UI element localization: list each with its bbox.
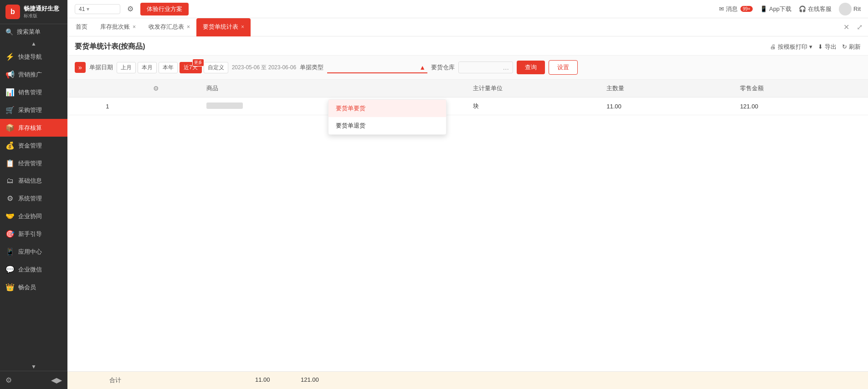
type-label: 单据类型 [300, 63, 324, 72]
this-year-button[interactable]: 本年 [159, 62, 178, 73]
table-footer: 合计 11.00 121.00 [67, 371, 868, 389]
print-icon: 🖨 [770, 43, 776, 50]
print-template-button[interactable]: 🖨 按模板打印 ▾ [770, 43, 812, 51]
tabbar-close-all-button[interactable]: ✕ [840, 21, 853, 33]
headset-icon: 🎧 [799, 5, 806, 12]
sidebar-search[interactable]: 🔍 搜索菜单 [0, 24, 67, 40]
sidebar-item-system[interactable]: ⚙ 系统管理 [0, 189, 67, 207]
sidebar-item-app-center[interactable]: 📱 应用中心 [0, 243, 67, 261]
online-service-button[interactable]: 🎧 在线客服 [799, 5, 832, 13]
table-settings-icon[interactable]: ⚙ [153, 85, 159, 92]
date-range: 2023-05-06 至 2023-06-06 [232, 64, 296, 72]
nav-icon-guide: 🎯 [5, 230, 15, 238]
nav-icon-finance: 💰 [5, 141, 15, 150]
logo-text: 畅捷通好生意 标准版 [24, 5, 59, 19]
sidebar-scroll-up[interactable]: ▲ [0, 40, 67, 48]
page-body: 要货单统计表(按商品) 🖨 按模板打印 ▾ ⬇ 导出 ↻ 刷新 [67, 36, 868, 389]
filter-bar: » 单据日期 上月 本月 本年 近7天 更多 自定义 2023-05-06 至 … [67, 56, 868, 80]
sidebar-item-purchase[interactable]: 🛒 采购管理 [0, 101, 67, 119]
sidebar-nav: ⚡ 快捷导航 📢 营销推广 📊 销售管理 🛒 采购管理 📦 库存核算 💰 资金管… [0, 48, 67, 363]
warehouse-more-icon: … [503, 64, 509, 71]
cell-quantity: 11.00 [601, 97, 734, 115]
recent-7-button[interactable]: 近7天 更多 [180, 62, 202, 73]
sidebar-item-basic-info[interactable]: 🗂 基础信息 [0, 172, 67, 189]
tab-order-summary[interactable]: 要货单统计表 × [196, 18, 251, 36]
message-badge: 99+ [740, 6, 753, 12]
last-month-button[interactable]: 上月 [117, 62, 136, 73]
filter-expand-button[interactable]: » [75, 62, 86, 73]
page-header: 要货单统计表(按商品) 🖨 按模板打印 ▾ ⬇ 导出 ↻ 刷新 [67, 36, 868, 56]
nav-icon-purchase: 🛒 [5, 106, 15, 114]
nav-icon-marketing: 📢 [5, 70, 15, 79]
tab-close-order-summary[interactable]: × [241, 24, 244, 30]
sidebar-item-inventory[interactable]: 📦 库存核算 [0, 119, 67, 137]
sidebar-item-enterprise[interactable]: 🤝 企业协同 [0, 207, 67, 225]
topbar-right: ✉ 消息 99+ 📱 App下载 🎧 在线客服 Rit [719, 3, 861, 15]
nav-icon-system: ⚙ [5, 194, 15, 203]
nav-icon-member: 👑 [5, 283, 15, 292]
col-seq [67, 80, 148, 97]
export-icon: ⬇ [818, 43, 823, 50]
tab-home[interactable]: 首页 [69, 18, 94, 36]
page-title: 要货单统计表(按商品) [75, 42, 145, 51]
sidebar-scroll-down[interactable]: ▼ [0, 363, 67, 371]
product-blurred [206, 102, 243, 109]
tab-receive-summary[interactable]: 收发存汇总表 × [142, 18, 196, 36]
topbar-settings-button[interactable]: ⚙ [124, 3, 137, 15]
sidebar-item-member[interactable]: 👑 畅会员 [0, 278, 67, 296]
table-container: ⚙ 商品 主计量单位 主数量 零售金额 1 [67, 80, 868, 371]
col-product: 商品 [201, 80, 468, 97]
data-table: ⚙ 商品 主计量单位 主数量 零售金额 1 [67, 80, 868, 115]
sidebar-item-marketing[interactable]: 📢 营销推广 [0, 66, 67, 83]
custom-button[interactable]: 自定义 [204, 62, 228, 73]
app-download-button[interactable]: 📱 App下载 [760, 5, 791, 13]
dropdown-item-yh-return[interactable]: 要货单退货 [329, 117, 446, 134]
sidebar-item-sales[interactable]: 📊 销售管理 [0, 83, 67, 101]
date-label: 单据日期 [89, 63, 113, 72]
nav-icon-app-center: 📱 [5, 247, 15, 256]
this-month-button[interactable]: 本月 [138, 62, 157, 73]
nav-icon-sales: 📊 [5, 88, 15, 97]
set-button[interactable]: 设置 [549, 60, 578, 75]
message-button[interactable]: ✉ 消息 99+ [719, 5, 753, 13]
tab-close-inventory-batch[interactable]: × [133, 24, 136, 30]
sidebar-item-quick-nav[interactable]: ⚡ 快捷导航 [0, 48, 67, 66]
message-icon: ✉ [719, 5, 724, 12]
sidebar-item-wechat[interactable]: 💬 企业微信 [0, 261, 67, 278]
store-selector[interactable]: 41 ▾ [75, 4, 120, 14]
footer-amount: 121.00 [301, 376, 319, 383]
cell-settings [148, 97, 201, 115]
sidebar-item-finance[interactable]: 💰 资金管理 [0, 137, 67, 154]
user-avatar[interactable]: Rit [839, 3, 861, 15]
nav-icon-wechat: 💬 [5, 265, 15, 274]
topbar: 41 ▾ ⚙ 体验行业方案 ✉ 消息 99+ 📱 App下载 🎧 在线客服 R [67, 0, 868, 18]
refresh-button[interactable]: ↻ 刷新 [842, 43, 861, 51]
warehouse-select[interactable]: … [458, 61, 513, 73]
dropdown-item-yh-order[interactable]: 要货单要货 [329, 100, 446, 117]
query-button[interactable]: 查询 [517, 61, 545, 74]
sidebar-collapse-icon[interactable]: ◀▶ [51, 376, 62, 384]
trial-button[interactable]: 体验行业方案 [140, 3, 189, 15]
cell-seq: 1 [67, 97, 148, 115]
search-icon: 🔍 [5, 28, 13, 36]
tab-inventory-batch[interactable]: 库存批次账 × [94, 18, 142, 36]
tab-close-receive-summary[interactable]: × [187, 24, 190, 30]
phone-icon: 📱 [760, 5, 767, 12]
avatar-image [839, 3, 852, 15]
footer-quantity: 11.00 [255, 376, 270, 383]
nav-icon-quick: ⚡ [5, 52, 15, 61]
topbar-left: 41 ▾ ⚙ 体验行业方案 [75, 3, 719, 15]
settings-icon[interactable]: ⚙ [5, 376, 12, 384]
tabbar-expand-button[interactable]: ⤢ [853, 21, 866, 33]
warehouse-label: 要货仓库 [431, 63, 455, 72]
date-buttons: 上月 本月 本年 近7天 更多 自定义 [117, 62, 228, 73]
nav-icon-inventory: 📦 [5, 123, 15, 132]
sidebar-item-guide[interactable]: 🎯 新手引导 [0, 225, 67, 243]
refresh-icon: ↻ [842, 43, 847, 50]
export-button[interactable]: ⬇ 导出 [818, 43, 837, 51]
sidebar-item-operations[interactable]: 📋 经营管理 [0, 154, 67, 172]
type-select-container: ▲ [327, 62, 427, 73]
type-input[interactable] [327, 62, 427, 73]
type-chevron-icon[interactable]: ▲ [419, 64, 426, 71]
tabbar-controls: ✕ ⤢ [840, 21, 866, 33]
